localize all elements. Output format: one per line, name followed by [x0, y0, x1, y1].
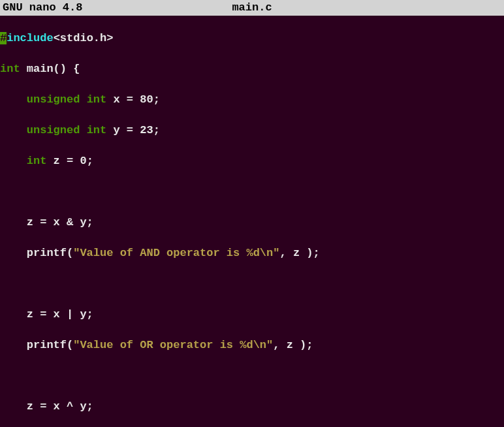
code-text: z = x | y; [0, 308, 93, 321]
type-keyword: int [0, 63, 20, 75]
blank-line [0, 277, 7, 290]
string-literal: "Value of OR operator is %d\n" [73, 339, 273, 351]
filename: main.c [232, 0, 272, 15]
cursor: # [0, 32, 7, 44]
string-literal: "Value of AND operator is %d\n" [73, 247, 279, 259]
code-line: z = x ^ y; [0, 399, 504, 415]
code-line: int z = 0; [0, 153, 504, 169]
code-text: , z ); [279, 247, 319, 259]
code-line [0, 276, 504, 292]
blank-line [0, 185, 7, 198]
code-line: printf("Value of AND operator is %d\n", … [0, 245, 504, 261]
code-text: printf( [0, 339, 73, 351]
code-text: z = 0; [46, 155, 93, 167]
code-text: printf( [0, 247, 73, 259]
code-text: main() { [20, 63, 80, 75]
code-line: z = x & y; [0, 215, 504, 230]
indent [0, 124, 27, 136]
code-text: , z ); [273, 339, 313, 351]
code-line [0, 184, 504, 200]
type-keyword: unsigned int [27, 124, 106, 136]
code-line: int main() { [0, 61, 504, 77]
code-text: y = 23; [106, 124, 160, 136]
app-name: GNU nano 4.8 [3, 0, 82, 15]
editor-area[interactable]: #include<stdio.h> int main() { unsigned … [0, 16, 504, 427]
code-line: #include<stdio.h> [0, 31, 504, 46]
code-text: z = x ^ y; [0, 400, 93, 413]
code-line: unsigned int x = 80; [0, 92, 504, 108]
header-name: <stdio.h> [54, 32, 114, 44]
indent [0, 155, 27, 167]
code-line: z = x | y; [0, 307, 504, 323]
preprocessor-keyword: include [7, 32, 53, 44]
code-line: unsigned int y = 23; [0, 123, 504, 138]
type-keyword: int [27, 155, 47, 167]
code-line [0, 368, 504, 384]
type-keyword: unsigned int [27, 93, 106, 106]
indent [0, 93, 27, 106]
blank-line [0, 370, 7, 382]
code-line: printf("Value of OR operator is %d\n", z… [0, 338, 504, 353]
titlebar: GNU nano 4.8 main.c [0, 0, 504, 16]
code-text: z = x & y; [0, 216, 93, 229]
code-text: x = 80; [106, 93, 160, 106]
